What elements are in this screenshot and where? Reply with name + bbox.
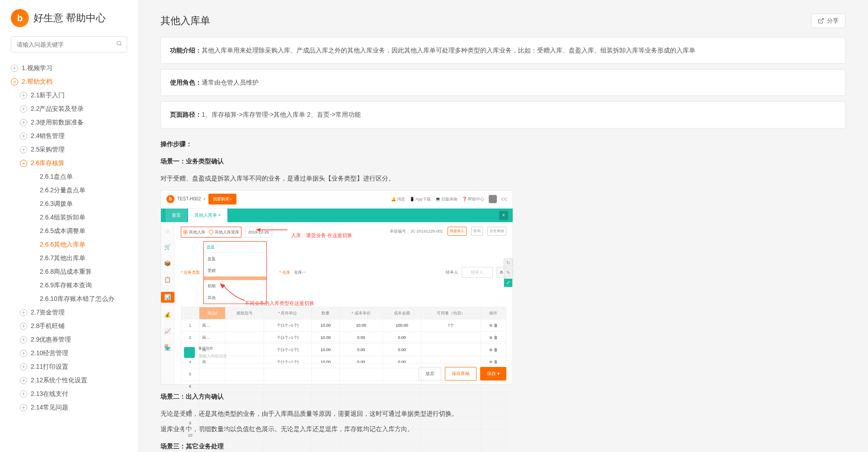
ss-rail-doc-icon: 📋: [164, 276, 172, 284]
nav-item-video[interactable]: +1.视频学习: [11, 62, 127, 75]
search-input[interactable]: [11, 36, 127, 52]
nav-item-24[interactable]: +2.4销售管理: [11, 129, 127, 143]
share-label: 分享: [827, 17, 839, 25]
nav-item-264[interactable]: 2.6.4组装拆卸单: [11, 211, 127, 224]
nav-item-25[interactable]: +2.5采购管理: [11, 143, 127, 157]
ss-tenant: TEST-H002: [177, 195, 201, 204]
ss-help-icon: ❓ 帮助中心: [462, 195, 484, 203]
article-content: 操作步骤： 场景一：业务类型确认 对于受赠、盘盈或是拆装入库等不同的业务，是通过…: [160, 138, 845, 452]
nav-item-269[interactable]: 2.6.9库存账本查询: [11, 279, 127, 292]
share-icon: [818, 18, 824, 24]
ss-handler-label: 经手人: [446, 268, 458, 276]
ss-tag: 查询: [471, 227, 483, 236]
nav-item-help-docs[interactable]: −2.帮助文档: [11, 75, 127, 89]
ss-logo-icon: b: [166, 195, 175, 203]
ss-docno-area: 单据编号JC-20191226-001 快捷录入 查询 历史单据: [390, 227, 506, 236]
arrow-icon: [256, 228, 288, 232]
ss-tool-icon: ↻: [504, 258, 513, 267]
ss-rail-chart-icon: 📈: [164, 327, 172, 335]
ss-draft-button: 保存草稿: [445, 367, 476, 381]
plus-icon: +: [20, 323, 27, 330]
nav-item-214[interactable]: +2.14常见问题: [11, 401, 127, 414]
plus-icon: +: [20, 133, 27, 140]
nav-item-212[interactable]: +2.12系统个性化设置: [11, 374, 127, 387]
page-header: 其他入库单 分享: [160, 14, 845, 28]
ss-rail-shop-icon: 🏪: [164, 343, 172, 352]
nav-tree: +1.视频学习 −2.帮助文档 +2.1新手入门 +2.2产品安装及登录 +2.…: [11, 62, 127, 414]
ss-tag: 历史单据: [487, 227, 506, 236]
ss-tag: 快捷录入: [448, 227, 467, 236]
ss-avatar-icon: [489, 195, 497, 203]
plus-icon: +: [11, 65, 18, 72]
nav-item-261[interactable]: 2.6.1盘点单: [11, 170, 127, 184]
table-row: 11: [181, 441, 506, 452]
ss-close-icon: ×: [499, 211, 508, 220]
ss-tab-doc: 其他入库单 ×: [188, 209, 227, 222]
nav-item-2610[interactable]: 2.6.10库存账本错了怎么办: [11, 292, 127, 306]
ss-memo: 备注信息请输入内容信息: [181, 342, 506, 363]
nav-item-266[interactable]: 2.6.6其他入库单: [11, 238, 127, 252]
ss-topbar: b TEST-H002 ▾ 我要购买~ 🔔 消息 📱 App下载 💻 旧版体验 …: [161, 190, 513, 209]
ss-handler-field: 经手人: [462, 267, 493, 278]
ss-tool-icon: ✎: [504, 268, 513, 277]
info-path: 页面路径：1、库存核算->库存管理->其他入库单 2、首页->常用功能: [160, 101, 845, 128]
nav-item-263[interactable]: 2.6.3调拨单: [11, 197, 127, 211]
search-icon[interactable]: [116, 41, 123, 48]
share-button[interactable]: 分享: [811, 14, 845, 28]
ss-annotation-1: 入库、退货业务 在这里切换: [291, 230, 352, 240]
ss-app-icon: 📱 App下载: [410, 195, 431, 203]
nav-item-22[interactable]: +2.2产品安装及登录: [11, 102, 127, 116]
svg-line-1: [120, 44, 122, 46]
arrow-icon: [220, 283, 247, 301]
ss-old-icon: 💻 旧版体验: [435, 195, 458, 203]
plus-icon: +: [20, 363, 27, 371]
brand-text: 好生意 帮助中心: [33, 11, 106, 25]
nav-item-265[interactable]: 2.6.5成本调整单: [11, 224, 127, 238]
table-row: 9: [181, 417, 506, 429]
ss-tab-home: 首页: [165, 209, 187, 222]
plus-icon: +: [20, 92, 27, 99]
nav-item-267[interactable]: 2.6.7其他出库单: [11, 252, 127, 265]
ss-topright: 🔔 消息 📱 App下载 💻 旧版体验 ❓ 帮助中心 CC: [391, 195, 507, 203]
nav-item-28[interactable]: +2.8手机旺铺: [11, 319, 127, 333]
ss-tool-icon: ⤢: [504, 278, 513, 287]
scenario-1-text: 对于受赠、盘盈或是拆装入库等不同的业务，是通过单据头【业务类型】进行区分。: [160, 172, 845, 185]
ss-left-rail: ⌂ 🛒 📦 📋 📊 💰 📈 🏪: [161, 222, 175, 384]
brand: b 好生意 帮助中心: [11, 9, 127, 27]
plus-icon: +: [20, 146, 27, 153]
ss-memo-icon: [184, 347, 195, 358]
ss-username: CC: [501, 195, 507, 203]
nav-item-211[interactable]: +2.11打印设置: [11, 360, 127, 374]
ss-rail-money-icon: 💰: [164, 311, 172, 319]
nav-item-268[interactable]: 2.6.8商品成本重算: [11, 265, 127, 279]
ss-rail-cart-icon: 🛒: [164, 243, 172, 251]
nav-item-23[interactable]: +2.3使用前数据准备: [11, 116, 127, 129]
sidebar: b 好生意 帮助中心 +1.视频学习 −2.帮助文档 +2.1新手入门 +2.2…: [0, 0, 138, 452]
info-intro: 功能介绍：其他入库单用来处理除采购入库、产成品入库之外的其他入库业务，因此其他入…: [160, 37, 845, 64]
nav-item-262[interactable]: 2.6.2分量盘点单: [11, 184, 127, 197]
plus-icon: +: [20, 390, 27, 398]
nav-item-21[interactable]: +2.1新手入门: [11, 89, 127, 102]
nav-item-213[interactable]: +2.13在线支付: [11, 387, 127, 401]
plus-icon: +: [20, 350, 27, 357]
nav-item-26[interactable]: −2.6库存核算: [11, 157, 127, 170]
nav-item-27[interactable]: +2.7资金管理: [11, 306, 127, 319]
ss-warehouse-val: 仓库一: [294, 268, 306, 276]
ss-tabs: 首页 其他入库单 × ×: [161, 209, 513, 222]
nav-item-210[interactable]: +2.10经营管理: [11, 347, 127, 360]
plus-icon: +: [20, 119, 27, 126]
ss-right-toolbar: ↻ ✎ ⤢: [504, 258, 513, 287]
svg-marker-3: [256, 228, 260, 232]
main-content: 其他入库单 分享 功能介绍：其他入库单用来处理除采购入库、产成品入库之外的其他入…: [138, 0, 868, 452]
ss-warehouse-label: * 仓库: [279, 268, 290, 276]
table-row: 1商…个(1个=1个)10.0010.00100.007个⊕ 🗑: [181, 319, 506, 331]
steps-label: 操作步骤：: [160, 138, 845, 150]
nav-item-29[interactable]: +2.9优惠券管理: [11, 333, 127, 347]
svg-marker-4: [220, 283, 225, 289]
ss-dd-input: 盘盈: [204, 242, 266, 253]
ss-rail-box-icon: 📦: [164, 259, 172, 267]
embedded-screenshot: b TEST-H002 ▾ 我要购买~ 🔔 消息 📱 App下载 💻 旧版体验 …: [160, 190, 513, 385]
ss-footer: 备注信息请输入内容信息 放弃 保存草稿 保存 ▾: [175, 338, 513, 384]
ss-discard-button: 放弃: [419, 367, 441, 381]
ss-biztype-label: * 业务类型: [181, 268, 200, 276]
